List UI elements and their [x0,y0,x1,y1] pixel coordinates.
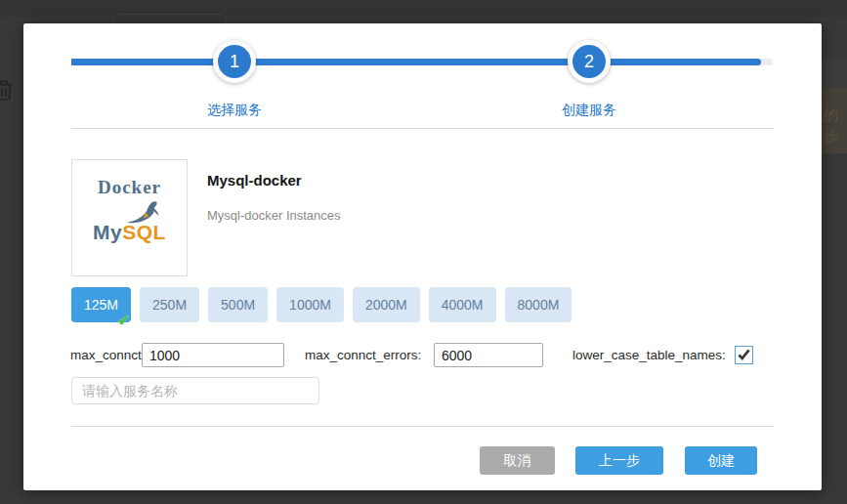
selected-check-icon: ✔ [117,312,130,329]
service-subtitle: Mysql-docker Instances [207,208,341,223]
stepper-progress-fill [71,59,761,65]
service-logo-card: Docker MySQL [71,159,188,276]
memory-option-label: 125M [84,297,118,313]
step-2-circle[interactable]: 2 [568,40,611,83]
dimmed-background-band [822,60,847,88]
lower-case-table-names-label: lower_case_table_names: [572,348,726,362]
memory-option-500m[interactable]: 500M [208,287,268,322]
max-connections-input[interactable] [142,343,284,367]
memory-option-2000m[interactable]: 2000M [353,287,420,322]
clipped-background-text: 的 [824,106,847,125]
footer-divider [71,426,774,427]
max-connect-errors-label: max_connct_errors: [305,348,421,362]
service-title: Mysql-docker [207,172,302,189]
service-name-input[interactable] [71,377,319,404]
stepper-divider [71,128,774,129]
step-1-label: 选择服务 [176,102,293,119]
memory-option-125m[interactable]: 125M ✔ [71,287,131,322]
trash-icon [0,77,17,103]
memory-option-1000m[interactable]: 1000M [276,287,344,322]
footer-actions: 取消 上一步 创建 [480,446,757,475]
mysql-logo-sql: SQL [122,221,166,243]
memory-option-250m[interactable]: 250M [140,287,199,322]
step-2-label: 创建服务 [530,102,648,119]
max-connect-errors-input[interactable] [434,343,543,367]
memory-size-options: 125M ✔ 250M 500M 1000M 2000M 4000M 8000M [71,287,572,322]
memory-option-4000m[interactable]: 4000M [429,287,496,322]
cancel-button[interactable]: 取消 [480,446,555,475]
lower-case-table-names-checkbox[interactable] [736,347,752,363]
step-1-number: 1 [218,45,251,78]
clipped-background-text: 步 [824,127,847,146]
previous-step-button[interactable]: 上一步 [575,446,663,475]
docker-logo-text: Docker [98,177,161,198]
stepper-track [71,59,773,65]
step-2-number: 2 [572,45,606,78]
memory-option-8000m[interactable]: 8000M [505,287,572,322]
create-button[interactable]: 创建 [685,446,757,475]
parameters-row: max_connctions: max_connct_errors: lower… [23,343,822,368]
mysql-logo-text: MySQL [93,221,166,244]
step-1-circle[interactable]: 1 [213,40,256,83]
create-service-modal: 1 2 选择服务 创建服务 Docker MySQL Mysql-docker … [23,23,822,490]
mysql-logo-my: My [93,221,122,243]
